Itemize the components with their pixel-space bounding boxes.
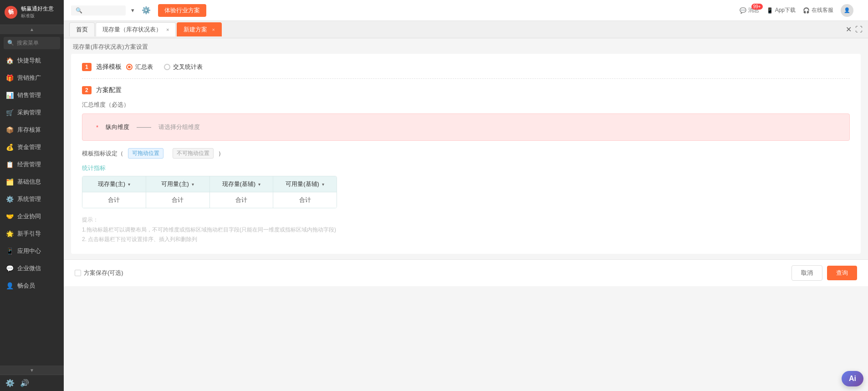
sidebar-item-finance[interactable]: 💰 资金管理 bbox=[0, 139, 64, 156]
headset-icon: 🎧 bbox=[803, 7, 810, 14]
stats-table-header: 现存量(主) ▾ 合计 可用量(主) ▾ 合计 bbox=[82, 176, 337, 208]
logo-icon: 畅 bbox=[5, 6, 17, 19]
app-badge: 标准版 bbox=[21, 13, 54, 19]
col2-chevron-icon: ▾ bbox=[258, 182, 260, 187]
tab-inventory-status[interactable]: 现存量（库存状况表） × bbox=[96, 22, 176, 36]
sidebar-label-system: 系统管理 bbox=[17, 195, 41, 203]
tabbar-close-icon[interactable]: ✕ bbox=[846, 25, 852, 34]
tips-section: 提示： 1.拖动标题栏可以调整布局，不可跨维度或指标区域拖动栏目字段(只能在同一… bbox=[82, 215, 850, 245]
step1-title: 选择模板 bbox=[96, 63, 122, 71]
topbar-search-area[interactable]: 🔍 bbox=[71, 5, 126, 15]
sidebar-item-inventory[interactable]: 📦 库存核算 bbox=[0, 121, 64, 139]
search-menu-label: 搜索菜单 bbox=[17, 39, 39, 47]
indicator-settings-label: 模板指标设定（ bbox=[82, 149, 123, 158]
radio-crosstab[interactable]: 交叉统计表 bbox=[164, 63, 203, 71]
tabbar: 首页 现存量（库存状况表） × 新建方案 × ✕ ⛶ bbox=[64, 21, 868, 38]
sidebar-item-appstore[interactable]: 📱 应用中心 bbox=[0, 242, 64, 260]
col1-summary: 合计 bbox=[146, 192, 209, 208]
stats-col-header-1[interactable]: 可用量(主) ▾ bbox=[146, 176, 209, 192]
sidebar-search[interactable]: 🔍 搜索菜单 bbox=[4, 37, 60, 49]
sidebar-item-system[interactable]: ⚙️ 系统管理 bbox=[0, 190, 64, 208]
sidebar-label-contract: 企业协同 bbox=[17, 212, 41, 221]
tip-item-0: 1.拖动标题栏可以调整布局，不可跨维度或指标区域拖动栏目字段(只能在同一维度或指… bbox=[82, 226, 336, 233]
sidebar-scroll-down[interactable]: ▼ bbox=[0, 365, 64, 375]
topbar-dropdown[interactable]: ▾ bbox=[131, 7, 134, 14]
col2-header-label: 现存量(基辅) bbox=[222, 180, 256, 188]
query-button[interactable]: 查询 bbox=[827, 266, 857, 280]
radio-summary-circle bbox=[126, 64, 133, 70]
col0-chevron-icon: ▾ bbox=[128, 182, 130, 187]
col3-summary: 合计 bbox=[273, 192, 337, 208]
sidebar-item-contract[interactable]: 🤝 企业协同 bbox=[0, 208, 64, 225]
stats-col-header-2[interactable]: 现存量(基辅) ▾ bbox=[210, 176, 273, 192]
sidebar-label-member: 畅会员 bbox=[17, 282, 35, 290]
indicator-settings-close: ） bbox=[218, 149, 224, 158]
sidebar-item-wechat[interactable]: 💬 企业微信 bbox=[0, 260, 64, 277]
col1-header-label: 可用量(主) bbox=[161, 180, 189, 188]
stats-table: 现存量(主) ▾ 合计 可用量(主) ▾ 合计 bbox=[82, 176, 337, 208]
stats-col-header-3[interactable]: 可用量(基辅) ▾ bbox=[273, 176, 337, 192]
tab-home-label: 首页 bbox=[76, 26, 88, 34]
sidebar-item-shortcut[interactable]: 🏠 快捷导航 bbox=[0, 52, 64, 69]
col0-summary: 合计 bbox=[82, 192, 146, 208]
handshake-icon: 🤝 bbox=[5, 212, 14, 221]
not-draggable-tag: 不可拖动位置 bbox=[173, 148, 214, 159]
step2-badge: 2 bbox=[82, 86, 92, 94]
radio-summary[interactable]: 汇总表 bbox=[126, 63, 153, 71]
col1-chevron-icon: ▾ bbox=[192, 182, 194, 187]
ai-bubble[interactable]: Ai bbox=[842, 371, 863, 386]
sidebar-label-appstore: 应用中心 bbox=[17, 247, 41, 255]
save-option[interactable]: 方案保存(可选) bbox=[75, 269, 123, 277]
draggable-tag: 可拖动位置 bbox=[128, 148, 163, 159]
tab-new-plan[interactable]: 新建方案 × bbox=[177, 22, 221, 36]
sidebar-item-sales[interactable]: 📊 销售管理 bbox=[0, 87, 64, 104]
step2-title: 方案配置 bbox=[96, 86, 122, 94]
chart-icon: 📊 bbox=[5, 91, 14, 99]
bottom-volume-icon[interactable]: 🔊 bbox=[20, 379, 29, 387]
messages-btn[interactable]: 💬 消息 99+ bbox=[740, 6, 759, 14]
sidebar-label-marketing: 营销推广 bbox=[17, 74, 41, 82]
sidebar-item-purchase[interactable]: 🛒 采购管理 bbox=[0, 104, 64, 121]
cancel-button[interactable]: 取消 bbox=[791, 265, 822, 281]
service-btn[interactable]: 🎧 在线客服 bbox=[803, 6, 833, 14]
col3-chevron-icon: ▾ bbox=[322, 182, 324, 187]
bottom-bar: 方案保存(可选) 取消 查询 bbox=[64, 259, 868, 286]
app-download-btn[interactable]: 📱 App下载 bbox=[766, 6, 796, 14]
chat-icon: 💬 bbox=[5, 264, 14, 273]
home-icon: 🏠 bbox=[5, 57, 14, 65]
app-name: 畅赢通好生意 bbox=[21, 5, 54, 13]
user-avatar[interactable]: 👤 bbox=[841, 4, 853, 17]
dimension-section-label: 汇总维度（必选） bbox=[82, 101, 850, 109]
service-label: 在线客服 bbox=[812, 6, 833, 14]
tabbar-expand-icon[interactable]: ⛶ bbox=[855, 26, 863, 34]
bottom-gear-icon[interactable]: ⚙️ bbox=[5, 379, 15, 387]
sidebar-scroll-up[interactable]: ▲ bbox=[0, 25, 64, 34]
sidebar-item-member[interactable]: 👤 畅会员 bbox=[0, 277, 64, 294]
tab-new-plan-close-icon[interactable]: × bbox=[212, 27, 214, 32]
stats-col-header-0[interactable]: 现存量(主) ▾ bbox=[82, 176, 146, 192]
dimension-area[interactable]: * 纵向维度 —— 请选择分组维度 bbox=[82, 113, 850, 141]
topbar-gear-icon[interactable]: ⚙️ bbox=[142, 6, 151, 15]
clipboard-icon: 📋 bbox=[5, 160, 14, 169]
stats-col-0: 现存量(主) ▾ 合计 bbox=[82, 176, 146, 208]
sidebar-item-guide[interactable]: 🌟 新手引导 bbox=[0, 225, 64, 242]
box-icon: 📦 bbox=[5, 126, 14, 134]
stats-col-3: 可用量(基辅) ▾ 合计 bbox=[273, 176, 337, 208]
tab-inventory-close-icon[interactable]: × bbox=[166, 27, 169, 32]
step1-header: 1 选择模板 汇总表 交叉统计表 bbox=[82, 63, 850, 71]
tab-home[interactable]: 首页 bbox=[69, 22, 95, 36]
sidebar-item-marketing[interactable]: 🎁 营销推广 bbox=[0, 69, 64, 87]
step1-badge: 1 bbox=[82, 63, 92, 71]
tip-item-1: 2. 点击标题栏下拉可设置排序、插入列和删除列 bbox=[82, 236, 197, 242]
step1-divider bbox=[82, 78, 850, 79]
trial-btn[interactable]: 体验行业方案 bbox=[158, 4, 206, 17]
cart-icon: 🛒 bbox=[5, 108, 14, 117]
topbar-search-icon: 🔍 bbox=[76, 7, 82, 14]
sidebar-item-basic[interactable]: 🗂️ 基础信息 bbox=[0, 173, 64, 190]
sidebar-item-operation[interactable]: 📋 经营管理 bbox=[0, 156, 64, 173]
tab-new-plan-label: 新建方案 bbox=[184, 26, 207, 34]
stats-col-2: 现存量(基辅) ▾ 合计 bbox=[210, 176, 274, 208]
save-checkbox[interactable] bbox=[75, 270, 81, 276]
star-icon: 🌟 bbox=[5, 230, 14, 238]
sidebar-label-operation: 经营管理 bbox=[17, 160, 41, 169]
